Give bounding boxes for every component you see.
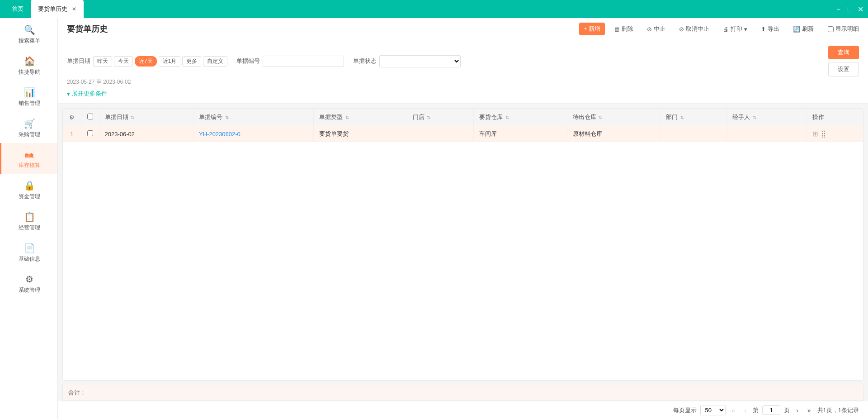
- display-detail-checkbox[interactable]: [828, 26, 834, 32]
- row-order-no: YH-20230602-0: [193, 126, 314, 142]
- per-page-select[interactable]: 50 10 20 100: [700, 405, 726, 415]
- tab-close-icon[interactable]: ✕: [72, 6, 76, 12]
- prev-page-btn[interactable]: ‹: [741, 406, 749, 415]
- row-handler: [727, 126, 807, 142]
- col-order-type[interactable]: 单据类型 ⇅: [314, 109, 407, 126]
- table-header-row: ⚙ 单据日期 ⇅ 单据编号 ⇅ 单据类型 ⇅ 门店 ⇅ 要货仓库 ⇅ 待出仓库 …: [63, 109, 863, 126]
- row-store: [407, 126, 473, 142]
- col-pending-warehouse[interactable]: 待出仓库 ⇅: [567, 109, 660, 126]
- stop-button[interactable]: ⊘ 中止: [642, 23, 670, 35]
- sidebar-item-purchase[interactable]: 🛒 采购管理: [0, 112, 57, 143]
- pending-warehouse-sort-icon: ⇅: [599, 115, 602, 120]
- order-no-link[interactable]: YH-20230602-0: [199, 131, 241, 138]
- finance-icon: 🔒: [24, 180, 35, 191]
- row-department: [660, 126, 727, 142]
- delete-icon: 🗑: [614, 26, 620, 33]
- top-bar: 首页 要货单历史 ✕ － □ ✕: [0, 0, 868, 18]
- window-maximize-icon[interactable]: □: [848, 5, 852, 13]
- expand-more-btn[interactable]: ▾ 展开更多条件: [67, 90, 859, 98]
- query-button[interactable]: 查询: [828, 46, 859, 59]
- delete-button[interactable]: 🗑 删除: [609, 23, 638, 35]
- col-settings[interactable]: ⚙: [63, 109, 81, 126]
- export-button[interactable]: ⬆ 导出: [756, 23, 784, 35]
- sidebar-item-operations-label: 经营管理: [19, 224, 40, 232]
- pagination: 每页显示 50 10 20 100 « ‹ 第 页 › » 共1页，1条记录: [58, 401, 868, 419]
- first-page-btn[interactable]: «: [729, 406, 738, 415]
- export-icon: ⬆: [761, 26, 766, 33]
- last-page-btn[interactable]: »: [805, 406, 814, 415]
- new-button[interactable]: + 新增: [579, 23, 605, 35]
- select-all-checkbox[interactable]: [87, 114, 93, 119]
- col-req-warehouse[interactable]: 要货仓库 ⇅: [474, 109, 567, 126]
- tab-home[interactable]: 首页: [5, 0, 31, 18]
- display-detail-toggle[interactable]: 显示明细: [828, 25, 859, 33]
- row-more-icon[interactable]: ⣿: [821, 130, 826, 138]
- row-date: 2023-06-02: [99, 126, 193, 142]
- print-icon: 🖨: [723, 26, 729, 33]
- sidebar-item-quick-nav[interactable]: 🏠 快捷导航: [0, 49, 57, 81]
- summary-label: 合计：: [68, 389, 86, 397]
- window-minimize-icon[interactable]: －: [835, 5, 842, 14]
- cancel-stop-button[interactable]: ⊘ 取消中止: [675, 23, 714, 35]
- date-filter-label: 单据日期: [67, 57, 90, 65]
- order-type-sort-icon: ⇅: [345, 115, 349, 120]
- sidebar-item-search-menu[interactable]: 🔍 搜索菜单: [0, 18, 57, 49]
- toolbar-divider: [823, 24, 823, 33]
- total-info: 共1页，1条记录: [817, 406, 859, 414]
- date-btn-today[interactable]: 今天: [114, 56, 133, 67]
- row-req-warehouse: 车间库: [474, 126, 567, 142]
- order-no-sort-icon: ⇅: [225, 115, 229, 120]
- sidebar-item-finance-label: 资金管理: [19, 193, 40, 200]
- next-page-btn[interactable]: ›: [793, 406, 801, 415]
- window-close-icon[interactable]: ✕: [858, 5, 863, 14]
- row-num: 1: [63, 126, 81, 142]
- row-checkbox[interactable]: [87, 130, 93, 136]
- system-icon: ⚙: [25, 274, 33, 285]
- table-container: ⚙ 单据日期 ⇅ 单据编号 ⇅ 单据类型 ⇅ 门店 ⇅ 要货仓库 ⇅ 待出仓库 …: [62, 108, 863, 381]
- page-header: 要货单历史 + 新增 🗑 删除 ⊘ 中止 ⊘ 取消中止 🖨 打印: [58, 18, 868, 40]
- col-handler[interactable]: 经手人 ⇅: [727, 109, 807, 126]
- expand-icon: ▾: [67, 90, 70, 97]
- sidebar-item-quick-nav-label: 快捷导航: [19, 68, 40, 76]
- sidebar-item-operations[interactable]: 📋 经营管理: [0, 205, 57, 236]
- sidebar-item-basic-info[interactable]: 📄 基础信息: [0, 236, 57, 267]
- date-btn-more[interactable]: 更多: [182, 56, 201, 67]
- date-btn-yesterday[interactable]: 昨天: [93, 56, 112, 67]
- page-input[interactable]: [762, 405, 780, 415]
- toolbar: + 新增 🗑 删除 ⊘ 中止 ⊘ 取消中止 🖨 打印 ▾: [579, 23, 859, 35]
- date-range-display: 2023-05-27 至 2023-06-02: [67, 79, 131, 85]
- sidebar-item-system[interactable]: ⚙ 系统管理: [0, 267, 57, 299]
- content-area: 要货单历史 + 新增 🗑 删除 ⊘ 中止 ⊘ 取消中止 🖨 打印: [58, 18, 868, 419]
- inventory-icon: 🏘: [25, 149, 34, 160]
- sidebar-item-purchase-label: 采购管理: [19, 131, 40, 138]
- date-btn-custom[interactable]: 自定义: [203, 56, 227, 67]
- row-pending-warehouse: 原材料仓库: [567, 126, 660, 142]
- sidebar-item-finance[interactable]: 🔒 资金管理: [0, 174, 57, 205]
- order-no-filter-group: 单据编号: [236, 56, 344, 67]
- sidebar-item-inventory[interactable]: 🏘 库存核算: [0, 143, 57, 174]
- col-store[interactable]: 门店 ⇅: [407, 109, 473, 126]
- sales-icon: 📊: [24, 87, 35, 98]
- row-order-type: 要货单要货: [314, 126, 407, 142]
- col-department[interactable]: 部门 ⇅: [660, 109, 727, 126]
- refresh-button[interactable]: 🔄 刷新: [788, 23, 818, 35]
- window-controls: － □ ✕: [835, 5, 863, 14]
- stop-icon: ⊘: [647, 26, 652, 33]
- date-filter-buttons: 昨天 今天 近7天 近1月 更多 自定义: [93, 56, 227, 67]
- table-body: 1 2023-06-02 YH-20230602-0 要货单要货 车间库 原材料…: [63, 126, 863, 142]
- status-select[interactable]: [379, 55, 461, 67]
- sidebar-item-sales-label: 销售管理: [19, 100, 40, 107]
- tab-purchase-history[interactable]: 要货单历史 ✕: [31, 0, 84, 18]
- col-date[interactable]: 单据日期 ⇅: [99, 109, 193, 126]
- print-button[interactable]: 🖨 打印 ▾: [718, 23, 752, 35]
- row-actions-cell: ⊞ ⣿: [807, 126, 863, 142]
- date-btn-1month[interactable]: 近1月: [159, 56, 181, 67]
- filter-bar: 单据日期 昨天 今天 近7天 近1月 更多 自定义 单据编号 单据状态: [58, 40, 868, 104]
- sidebar-item-sales[interactable]: 📊 销售管理: [0, 81, 57, 112]
- operations-icon: 📋: [24, 211, 35, 222]
- row-edit-icon[interactable]: ⊞: [812, 130, 818, 138]
- date-btn-7days[interactable]: 近7天: [135, 56, 157, 67]
- order-no-input[interactable]: [263, 56, 344, 67]
- col-order-no[interactable]: 单据编号 ⇅: [193, 109, 314, 126]
- settings-button[interactable]: 设置: [828, 62, 859, 76]
